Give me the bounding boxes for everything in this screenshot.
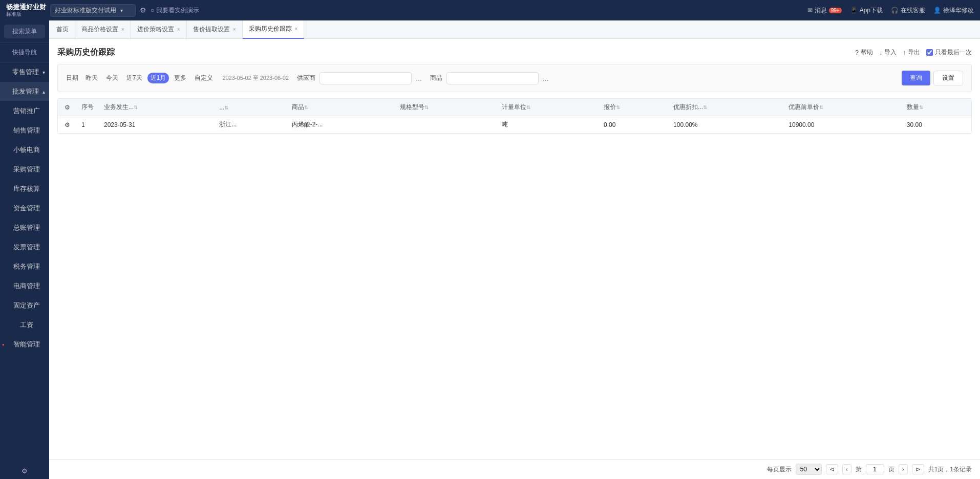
headset-icon: 🎧 bbox=[891, 7, 899, 14]
question-icon: ? bbox=[855, 49, 859, 56]
col-header-num: 序号 bbox=[76, 99, 99, 116]
col-header-discount_pct[interactable]: 优惠折扣...⇅ bbox=[668, 99, 783, 116]
sidebar-item-label: 零售管理 bbox=[8, 68, 42, 77]
sidebar-item-assets[interactable]: 固定资产 bbox=[0, 296, 49, 315]
export-button[interactable]: ↑ 导出 bbox=[903, 48, 920, 57]
quick-nav-button[interactable]: 快捷导航 bbox=[0, 45, 49, 60]
app-download-button[interactable]: 📱 App下载 bbox=[850, 6, 883, 15]
product-filter-group: 商品 ... bbox=[430, 72, 549, 84]
sidebar-item-marketing[interactable]: 营销推广 bbox=[0, 101, 49, 121]
page-number-input[interactable] bbox=[866, 464, 884, 474]
chevron-icon: ▾ bbox=[42, 70, 45, 75]
sidebar-item-wholesale[interactable]: 批发管理▴ bbox=[0, 82, 49, 101]
date-filter-group: 日期 昨天今天近7天近1月更多自定义 2023-05-02 至 2023-06-… bbox=[66, 73, 289, 83]
cell-date: 2023-05-31 bbox=[99, 116, 214, 134]
page-title: 采购历史价跟踪 bbox=[57, 47, 115, 58]
sidebar-item-smart[interactable]: 智能管理 bbox=[0, 335, 49, 354]
sidebar-item-sales[interactable]: 销售管理 bbox=[0, 121, 49, 140]
tab-purchase_strategy[interactable]: 进价策略设置× bbox=[131, 20, 187, 39]
sidebar-item-payroll[interactable]: 工资 bbox=[0, 315, 49, 335]
date-option-more[interactable]: 更多 bbox=[171, 73, 189, 83]
tab-history_price[interactable]: 采购历史价跟踪× bbox=[243, 20, 305, 39]
close-icon[interactable]: × bbox=[121, 27, 124, 32]
sidebar-quick-nav-section: 快捷导航 bbox=[0, 43, 49, 62]
sidebar-item-ledger[interactable]: 总账管理 bbox=[0, 218, 49, 237]
sidebar-item-purchase[interactable]: 采购管理 bbox=[0, 160, 49, 179]
cell-price: 0.00 bbox=[599, 116, 668, 134]
col-header-pre_discount_price[interactable]: 优惠前单价⇅ bbox=[783, 99, 901, 116]
date-option-yesterday[interactable]: 昨天 bbox=[82, 73, 101, 83]
close-icon[interactable]: × bbox=[233, 27, 236, 32]
next-page-button[interactable]: › bbox=[899, 464, 908, 474]
supplier-more-icon[interactable]: ... bbox=[416, 74, 422, 82]
date-option-last7[interactable]: 近7天 bbox=[123, 73, 145, 83]
last-only-checkbox[interactable] bbox=[926, 49, 933, 56]
product-more-icon[interactable]: ... bbox=[543, 74, 549, 82]
date-option-last1m[interactable]: 近1月 bbox=[147, 73, 169, 83]
page-header: 采购历史价跟踪 ? 帮助 ↓ 导入 ↑ 导出 bbox=[57, 47, 972, 58]
import-icon: ↓ bbox=[879, 49, 882, 56]
help-link[interactable]: ? 帮助 bbox=[855, 48, 873, 57]
first-page-button[interactable]: ⊲ bbox=[826, 464, 838, 474]
col-header-qty[interactable]: 数量⇅ bbox=[902, 99, 971, 116]
sidebar-item-ecommerce_small[interactable]: 小畅电商 bbox=[0, 140, 49, 160]
query-button[interactable]: 查询 bbox=[902, 71, 930, 85]
col-header-unit[interactable]: 计量单位⇅ bbox=[497, 99, 599, 116]
col-header-more_col[interactable]: ...⇅ bbox=[214, 99, 286, 116]
close-icon[interactable]: × bbox=[295, 26, 298, 32]
date-option-custom[interactable]: 自定义 bbox=[191, 73, 216, 83]
avatar: 👤 bbox=[933, 7, 941, 14]
page-label: 第 bbox=[856, 465, 862, 474]
date-option-today[interactable]: 今天 bbox=[103, 73, 121, 83]
sidebar-item-tax[interactable]: 税务管理 bbox=[0, 257, 49, 276]
col-header-price[interactable]: 报价⇅ bbox=[599, 99, 668, 116]
tab-price[interactable]: 商品价格设置× bbox=[75, 20, 131, 39]
filter-bar: 日期 昨天今天近7天近1月更多自定义 2023-05-02 至 2023-06-… bbox=[57, 64, 972, 92]
sidebar-item-label: 固定资产 bbox=[8, 301, 45, 310]
last-only-checkbox-label[interactable]: 只看最后一次 bbox=[926, 48, 972, 57]
sort-icon: ⇅ bbox=[424, 104, 429, 110]
total-info: 共1页，1条记录 bbox=[928, 465, 972, 474]
cell-num: 1 bbox=[76, 116, 99, 134]
topbar-settings-icon[interactable]: ⚙ bbox=[140, 6, 146, 14]
user-menu[interactable]: 👤 徐泽华修改 bbox=[933, 6, 974, 15]
col-header-settings: ⚙ bbox=[58, 99, 76, 116]
version-selector[interactable]: 好业财标准版交付试用 ▾ bbox=[50, 4, 136, 17]
sidebar-settings-button[interactable]: ⚙ bbox=[0, 463, 49, 479]
sidebar-item-finance[interactable]: 资金管理 bbox=[0, 199, 49, 218]
sort-icon: ⇅ bbox=[819, 104, 823, 110]
sidebar-item-label: 发票管理 bbox=[8, 243, 45, 252]
col-header-spec[interactable]: 规格型号⇅ bbox=[395, 99, 497, 116]
message-badge: 99+ bbox=[829, 8, 842, 13]
last-page-button[interactable]: ⊳ bbox=[912, 464, 924, 474]
sidebar-search-section: 搜索菜单 bbox=[0, 20, 49, 43]
demo-link[interactable]: ○ 我要看实例演示 bbox=[151, 6, 199, 15]
import-button[interactable]: ↓ 导入 bbox=[879, 48, 897, 57]
sidebar-item-inventory[interactable]: 库存核算 bbox=[0, 179, 49, 199]
sidebar-item-label: 库存核算 bbox=[8, 184, 45, 193]
sidebar-item-retail[interactable]: 零售管理▾ bbox=[0, 62, 49, 82]
date-options: 昨天今天近7天近1月更多自定义 bbox=[82, 73, 216, 83]
per-page-select[interactable]: 50 100 200 bbox=[796, 464, 822, 475]
tab-label: 商品价格设置 bbox=[81, 25, 118, 34]
phone-icon: 📱 bbox=[850, 7, 858, 14]
top-bar-right: ✉ 消息 99+ 📱 App下载 🎧 在线客服 👤 徐泽华修改 bbox=[807, 6, 974, 15]
col-header-product[interactable]: 商品⇅ bbox=[287, 99, 395, 116]
tab-home[interactable]: 首页 bbox=[51, 20, 75, 39]
online-service-button[interactable]: 🎧 在线客服 bbox=[891, 6, 925, 15]
close-icon[interactable]: × bbox=[177, 27, 180, 32]
tab-label: 采购历史价跟踪 bbox=[249, 25, 292, 33]
sidebar-item-invoice[interactable]: 发票管理 bbox=[0, 237, 49, 257]
sidebar-item-ecommerce[interactable]: 电商管理 bbox=[0, 276, 49, 296]
tab-sell_strategy[interactable]: 售价提取设置× bbox=[187, 20, 243, 39]
col-header-date[interactable]: 业务发生...⇅ bbox=[99, 99, 214, 116]
search-menu-button[interactable]: 搜索菜单 bbox=[4, 25, 45, 38]
top-bar: 畅捷通好业财 标准版 好业财标准版交付试用 ▾ ⚙ ○ 我要看实例演示 ✉ 消息… bbox=[0, 0, 980, 20]
cell-pre-discount-price: 10900.00 bbox=[783, 116, 901, 134]
sort-icon: ⇅ bbox=[304, 104, 308, 110]
supplier-input[interactable] bbox=[319, 72, 412, 84]
prev-page-button[interactable]: ‹ bbox=[842, 464, 851, 474]
product-input[interactable] bbox=[446, 72, 539, 84]
settings-button[interactable]: 设置 bbox=[933, 71, 963, 85]
message-button[interactable]: ✉ 消息 99+ bbox=[807, 6, 842, 15]
